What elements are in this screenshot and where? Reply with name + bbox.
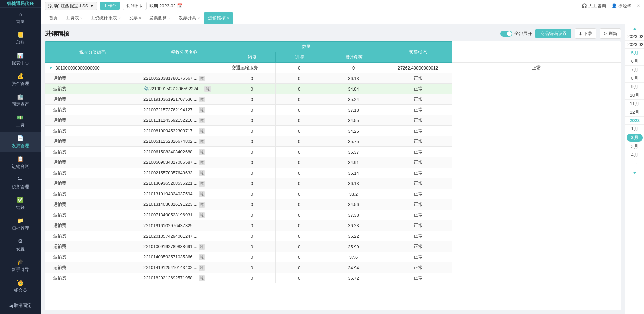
- invoice-cell: 22100810094532303717 ... 吨: [140, 126, 228, 136]
- table-row[interactable]: 运输费 22101309365208535221 ... 吨 0 0 36.13…: [45, 178, 621, 189]
- settlement-icon: ✅: [17, 197, 24, 203]
- group-code: 301000000000000000: [56, 65, 100, 71]
- month-item-10[interactable]: 10月: [625, 91, 644, 100]
- unpin-label: 取消固定: [14, 302, 32, 309]
- page-actions: 全部展开 商品编码设置 ⬇ 下载 ↻ 刷新: [500, 28, 621, 39]
- table-row[interactable]: 运输费 22101009192789838691 ... 吨 0 0 35.99…: [45, 241, 621, 252]
- sidebar-item-tax[interactable]: 🏛 税务管理: [0, 173, 41, 193]
- table-row[interactable]: 运输费 22102013574294001247 ... 0 0 36.22 正…: [45, 231, 621, 241]
- table-row[interactable]: 运输费 22100509034317086587 ... 吨 0 0 34.91…: [45, 157, 621, 168]
- cumulative-cell: 37.6: [323, 252, 384, 262]
- month-item-8[interactable]: 8月: [625, 74, 644, 83]
- sidebar-item-settings[interactable]: ⚙ 设置: [0, 235, 41, 255]
- month-item-9[interactable]: 9月: [625, 83, 644, 91]
- tab-invoice[interactable]: 发票 ×: [125, 12, 145, 24]
- table-row[interactable]: 运输费 📎22100915031396592224 ... 吨 0 0 34.8…: [45, 84, 621, 94]
- unit-tag: 吨: [199, 275, 205, 281]
- purchase-cell: 0: [276, 189, 323, 199]
- tab-close-invoice[interactable]: ×: [139, 16, 141, 20]
- scroll-up-button[interactable]: ▲: [625, 24, 644, 33]
- sidebar-item-report[interactable]: 📊 报表中心: [0, 49, 41, 70]
- table-row[interactable]: 运输费 22101820212692571958 ... 吨 0 0 36.72…: [45, 273, 621, 283]
- tab-salary-stats[interactable]: 工资统计报表 ×: [86, 12, 124, 24]
- group-status-cell: 正常: [452, 63, 621, 73]
- tab-invoice-open[interactable]: 发票开具 ×: [175, 12, 204, 24]
- month-item-4[interactable]: 4月: [625, 151, 644, 159]
- tab-close-invoice-open[interactable]: ×: [198, 16, 200, 20]
- sidebar-item-settlement[interactable]: ✅ 结账: [0, 193, 41, 214]
- expand-toggle[interactable]: [500, 31, 512, 37]
- table-row[interactable]: 运输费 22100713490523196931 ... 吨 0 0 37.38…: [45, 210, 621, 220]
- table-row[interactable]: 运输费 22100215570357643633 ... 吨 0 0 35.14…: [45, 168, 621, 178]
- month-item-6[interactable]: 6月: [625, 57, 644, 66]
- sidebar-item-salestable[interactable]: 📋 进销台账: [0, 152, 41, 173]
- month-item-2-active[interactable]: 2月: [627, 134, 643, 142]
- switch-version-button[interactable]: 切到旧版: [123, 2, 147, 10]
- invoice-cell: 22101310194324037594 ... 吨: [140, 189, 228, 199]
- sidebar-item-invoice[interactable]: 📄 发票管理: [0, 132, 41, 152]
- purchase-cell: 0: [276, 273, 323, 283]
- sidebar-item-salary[interactable]: 💵 工资: [0, 111, 41, 132]
- name-cell: 运输费: [45, 210, 140, 220]
- table-row[interactable]: 运输费 22101910361921707536 ... 吨 0 0 35.24…: [45, 94, 621, 105]
- group-cumulative-cell: 27262.40000000012: [384, 63, 452, 73]
- user-label[interactable]: 👤 徐泾华: [611, 3, 631, 9]
- purchase-cell: 0: [276, 262, 323, 273]
- status-cell: 正常: [384, 241, 452, 252]
- month-item-1[interactable]: 1月: [625, 125, 644, 133]
- scroll-down-button[interactable]: ▼: [625, 169, 644, 177]
- unit-tag: 吨: [199, 170, 205, 176]
- refresh-btn[interactable]: ↻ 刷新: [600, 28, 621, 39]
- unpin-button[interactable]: ◀ 取消固定: [0, 300, 41, 311]
- tab-close-salary-stats[interactable]: ×: [118, 16, 120, 20]
- workspace-button[interactable]: 工作台: [100, 2, 120, 10]
- tab-invoice-calc[interactable]: 发票测算 ×: [145, 12, 174, 24]
- topbar-close-button[interactable]: ×: [637, 3, 640, 9]
- calendar-icon[interactable]: 📅: [177, 3, 182, 8]
- tab-close-salary-table[interactable]: ×: [80, 16, 82, 20]
- company-selector[interactable]: (勿动) 江西报宝-LSS ▼: [45, 2, 97, 10]
- sales-cell: 0: [228, 73, 276, 84]
- table-row[interactable]: 运输费 22100810094532303717 ... 吨 0 0 34.26…: [45, 126, 621, 136]
- invoice-cell: 22100523381780176567 ... 吨: [140, 73, 228, 84]
- month-item-5[interactable]: 5月: [625, 49, 644, 57]
- table-row[interactable]: 运输费 22100615083403402688 ... 吨 0 0 35.37…: [45, 147, 621, 157]
- name-cell: 运输费: [45, 241, 140, 252]
- table-row[interactable]: 运输费 22100511252826674802 ... 吨 0 0 35.75…: [45, 136, 621, 147]
- table-row[interactable]: 运输费 22100523381780176567 ... 吨 0 0 36.13…: [45, 73, 621, 84]
- table-row[interactable]: 运输费 22101310194324037594 ... 吨 0 0 33.2 …: [45, 189, 621, 199]
- settings-btn[interactable]: 商品编码设置: [535, 29, 571, 38]
- download-btn[interactable]: ⬇ 下载: [575, 28, 596, 39]
- table-row[interactable]: 运输费 22101916102976437325 ... 0 0 36.23 正…: [45, 220, 621, 231]
- table-row[interactable]: 运输费 22100721573762194127 ... 吨 0 0 37.18…: [45, 105, 621, 115]
- tab-close-invoice-calc[interactable]: ×: [168, 16, 170, 20]
- table-row[interactable]: 运输费 22101111143592152210 ... 吨 0 0 34.55…: [45, 115, 621, 126]
- tab-close-sales-check[interactable]: ×: [227, 16, 229, 20]
- table-row[interactable]: 运输费 22101419125410143402 ... 吨 0 0 34.94…: [45, 262, 621, 273]
- month-item-12[interactable]: 12月: [625, 108, 644, 117]
- support-label[interactable]: 🎧 人工咨询: [582, 3, 606, 9]
- month-item-3[interactable]: 3月: [625, 142, 644, 151]
- sidebar-item-assets[interactable]: 🏢 固定资产: [0, 90, 41, 111]
- tab-home[interactable]: 首页: [45, 12, 62, 24]
- sidebar-item-ledger[interactable]: 📒 总账: [0, 28, 41, 49]
- toggle-expand-label: 全部展开: [500, 31, 532, 37]
- sidebar-item-guide[interactable]: 🎓 新手引导: [0, 255, 41, 276]
- tab-sales-check[interactable]: 进销稽核 ×: [204, 12, 233, 24]
- tax-icon: 🏛: [18, 176, 23, 182]
- month-item-7[interactable]: 7月: [625, 66, 644, 74]
- sidebar-item-archive[interactable]: 📁 归档管理: [0, 214, 41, 235]
- month-item-11[interactable]: 11月: [625, 100, 644, 108]
- status-cell: 正常: [384, 199, 452, 210]
- tab-salary-table[interactable]: 工资表 ×: [62, 12, 86, 24]
- table-row[interactable]: 运输费 22101314030816191223 ... 吨 0 0 34.56…: [45, 199, 621, 210]
- table-row[interactable]: ▼ 301000000000000000 交通运输服务 0 0 27262.40…: [45, 63, 621, 73]
- sidebar-item-member[interactable]: 👑 畅会员: [0, 276, 41, 297]
- sidebar-item-home[interactable]: ⌂ 首页: [0, 8, 41, 28]
- invoice-cell: 22100615083403402688 ... 吨: [140, 147, 228, 157]
- tabbar: 首页 工资表 × 工资统计报表 × 发票 × 发票测算 × 发票开具 × 进销稽…: [41, 12, 644, 24]
- table-row[interactable]: 运输费 22101408593571035366 ... 吨 0 0 37.6 …: [45, 252, 621, 262]
- guide-icon: 🎓: [17, 259, 24, 265]
- status-cell: 正常: [384, 189, 452, 199]
- sidebar-item-capital[interactable]: 💰 资金管理: [0, 70, 41, 90]
